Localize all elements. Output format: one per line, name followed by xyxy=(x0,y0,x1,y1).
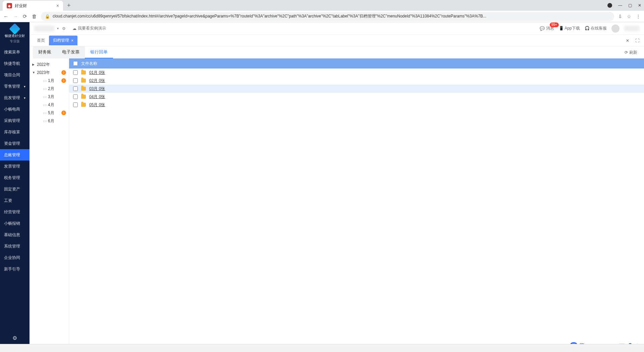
favicon-icon: ◆ xyxy=(7,3,12,8)
row-checkbox[interactable] xyxy=(73,94,78,99)
svc-label: 在线客服 xyxy=(591,26,607,31)
sidebar-item-2[interactable]: 项目合同 xyxy=(0,69,30,81)
org-selector[interactable]: ▾ xyxy=(34,26,59,32)
install-icon[interactable]: ⇩ xyxy=(618,14,622,19)
tab-close-icon[interactable]: × xyxy=(56,3,59,8)
browser-chrome: ◆ 好业财 × + — ▢ ✕ ← → ⟳ 🗑 🔒 cloud.chanjet.… xyxy=(0,0,644,22)
demo-link[interactable]: ☁ 我要看实例演示 xyxy=(72,26,106,31)
reload-icon[interactable]: ⟳ xyxy=(23,13,27,19)
folder-icon: ▭ xyxy=(43,78,47,83)
tree-node-1[interactable]: ▼2023年! xyxy=(30,69,69,77)
headset-icon: 🎧 xyxy=(585,26,590,31)
addr-right: ⇩ ☆ ⋮ xyxy=(618,14,641,19)
trash-icon[interactable]: 🗑 xyxy=(32,13,37,19)
sidebar-item-label: 经营管理 xyxy=(4,209,20,215)
url-field[interactable]: 🔒 cloud.chanjet.com/cc/u6d89qwnryel/57bf… xyxy=(41,12,614,21)
fullscreen-icon[interactable]: ⛶ xyxy=(634,37,641,44)
page-tab-1[interactable]: 归档管理× xyxy=(49,36,77,45)
topbar-right: 💬 消息 99+ 📱 App下载 🎧 在线客服 xyxy=(540,25,639,33)
sidebar-item-16[interactable]: 基础信息 xyxy=(0,229,30,240)
tree-label: 2023年 xyxy=(37,70,50,76)
tree-label: 3月 xyxy=(48,94,54,100)
minimize-icon[interactable]: — xyxy=(618,3,622,8)
sidebar-item-label: 固定资产 xyxy=(4,186,20,192)
page-tab-0[interactable]: 首页 xyxy=(33,36,49,45)
page-tab-label: 归档管理 xyxy=(53,38,69,43)
file-name-link[interactable]: 01月 0张 xyxy=(89,70,105,76)
close-window-icon[interactable]: ✕ xyxy=(638,3,641,8)
kebab-icon[interactable]: ⋮ xyxy=(636,14,641,19)
sidebar-item-13[interactable]: 工资 xyxy=(0,195,30,206)
inner-tab-0[interactable]: 财务账 xyxy=(33,46,57,58)
browser-tab[interactable]: ◆ 好业财 × xyxy=(3,1,63,11)
tree-node-3[interactable]: ▭2月 xyxy=(30,85,69,93)
sidebar-item-9[interactable]: 总账管理 xyxy=(0,149,30,161)
inner-tab-1[interactable]: 电子发票 xyxy=(57,46,85,58)
refresh-label: 刷新 xyxy=(629,50,637,55)
file-name-link[interactable]: 05月 0张 xyxy=(89,102,105,108)
row-checkbox[interactable] xyxy=(73,78,78,83)
sidebar-item-12[interactable]: 固定资产 xyxy=(0,183,30,195)
tree-node-2[interactable]: ▭1月! xyxy=(30,77,69,85)
sidebar-item-label: 企业协同 xyxy=(4,255,20,261)
folder-icon: ▭ xyxy=(43,86,47,91)
account-icon[interactable] xyxy=(607,3,612,8)
forward-icon[interactable]: → xyxy=(13,13,18,19)
sidebar-item-14[interactable]: 经营管理 xyxy=(0,206,30,218)
file-name-link[interactable]: 04月 0张 xyxy=(89,94,105,100)
back-icon[interactable]: ← xyxy=(3,13,8,19)
sidebar-item-label: 工资 xyxy=(4,198,12,204)
sidebar-item-0[interactable]: 搜索菜单 xyxy=(0,46,30,58)
org-settings-icon[interactable]: ⚙ xyxy=(62,26,66,31)
select-all-checkbox[interactable] xyxy=(73,61,78,66)
app-download-button[interactable]: 📱 App下载 xyxy=(559,26,580,31)
table-row[interactable]: 05月 0张 xyxy=(69,101,644,109)
tree-node-5[interactable]: ▭4月 xyxy=(30,101,69,109)
sidebar-item-label: 基础信息 xyxy=(4,232,20,238)
messages-button[interactable]: 💬 消息 99+ xyxy=(540,26,554,31)
avatar[interactable] xyxy=(611,25,620,33)
settings-gear-icon[interactable]: ⚙ xyxy=(0,332,30,344)
logo: 畅捷通好业财 专业版 xyxy=(0,22,30,46)
maximize-icon[interactable]: ▢ xyxy=(628,3,632,8)
page-tabs: 首页归档管理× ✕ ⛶ xyxy=(30,35,644,46)
table-row[interactable]: 03月 0张 xyxy=(69,85,644,93)
sidebar-item-10[interactable]: 发票管理 xyxy=(0,161,30,172)
sidebar-item-label: 发票管理 xyxy=(4,164,20,169)
inner-tab-2[interactable]: 银行回单 xyxy=(85,46,113,58)
chevron-down-icon: ▾ xyxy=(24,85,25,88)
row-checkbox[interactable] xyxy=(73,70,78,75)
tree-node-6[interactable]: ▭5月! xyxy=(30,109,69,117)
sidebar-item-18[interactable]: 企业协同 xyxy=(0,252,30,263)
app-root: 畅捷通好业财 专业版 搜索菜单快捷导航项目合同零售管理▾批发管理▾小畅电商采购管… xyxy=(0,22,644,344)
sidebar-item-15[interactable]: 小畅报销 xyxy=(0,218,30,229)
tree-node-7[interactable]: ▭6月 xyxy=(30,117,69,125)
online-service-button[interactable]: 🎧 在线客服 xyxy=(585,26,607,31)
sidebar-item-6[interactable]: 采购管理 xyxy=(0,115,30,126)
tree-node-4[interactable]: ▭3月 xyxy=(30,93,69,101)
file-name-link[interactable]: 03月 0张 xyxy=(89,86,105,92)
refresh-button[interactable]: ⟳ 刷新 xyxy=(625,50,641,55)
sidebar-item-7[interactable]: 库存核算 xyxy=(0,126,30,138)
tree-node-0[interactable]: ▶2022年 xyxy=(30,60,69,69)
row-checkbox[interactable] xyxy=(73,86,78,91)
table-row[interactable]: 02月 0张 xyxy=(69,77,644,85)
sidebar-item-17[interactable]: 系统管理 xyxy=(0,240,30,252)
close-icon[interactable]: × xyxy=(71,38,73,43)
sidebar-item-8[interactable]: 资金管理 xyxy=(0,138,30,149)
star-icon[interactable]: ☆ xyxy=(627,14,631,19)
sidebar-item-19[interactable]: 新手引导 xyxy=(0,263,30,275)
sidebar-item-5[interactable]: 小畅电商 xyxy=(0,103,30,115)
new-tab-button[interactable]: + xyxy=(67,2,71,9)
table-row[interactable]: 01月 0张 xyxy=(69,69,644,77)
row-checkbox[interactable] xyxy=(73,102,78,107)
table-row[interactable]: 04月 0张 xyxy=(69,93,644,101)
folder-icon: ▭ xyxy=(43,102,47,107)
sidebar-item-1[interactable]: 快捷导航 xyxy=(0,58,30,69)
file-name-link[interactable]: 02月 0张 xyxy=(89,78,105,84)
sidebar-item-3[interactable]: 零售管理▾ xyxy=(0,81,30,92)
sidebar-item-11[interactable]: 税务管理 xyxy=(0,172,30,183)
close-all-tabs-icon[interactable]: ✕ xyxy=(625,37,631,44)
sidebar-item-4[interactable]: 批发管理▾ xyxy=(0,92,30,103)
demo-label: 我要看实例演示 xyxy=(78,26,106,31)
